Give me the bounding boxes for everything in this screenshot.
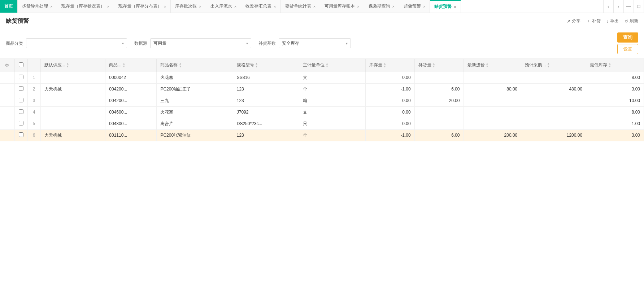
- col-sort-product_name[interactable]: 商品名称 ▲▼: [160, 62, 182, 68]
- col-sort-est_purchase[interactable]: 预计采购... ▲▼: [525, 62, 550, 68]
- gear-icon[interactable]: ⚙: [5, 63, 9, 68]
- col-sort-unit[interactable]: 主计量单位 ▲▼: [303, 62, 328, 68]
- tab-overstock[interactable]: 超储预警×: [399, 0, 430, 13]
- tab-batch[interactable]: 库存批次账×: [171, 0, 206, 13]
- share-button[interactable]: ↗ 分享: [567, 18, 580, 24]
- row-gear-0: [0, 72, 14, 83]
- col-sort-inventory[interactable]: 库存量 ▲▼: [369, 62, 386, 68]
- row-checkbox-4[interactable]: [14, 118, 27, 129]
- tab-close-expiry[interactable]: ×: [392, 4, 395, 9]
- tab-close-overstock[interactable]: ×: [423, 4, 425, 9]
- cell-product_name-4: 离合片: [157, 118, 233, 129]
- row-cb-3[interactable]: [19, 109, 23, 114]
- cell-replenish_qty-0: [414, 72, 464, 83]
- row-checkbox-3[interactable]: [14, 106, 27, 118]
- row-cb-4[interactable]: [19, 121, 23, 125]
- query-button[interactable]: 查询: [617, 32, 638, 43]
- settings-button[interactable]: 设置: [617, 44, 638, 54]
- datasource-select[interactable]: 可用量 ▾: [150, 38, 251, 48]
- tab-order-stat[interactable]: 要货单统计表×: [281, 0, 320, 13]
- cell-unit-5: 个: [299, 129, 366, 141]
- tab-label-receive-summary: 收发存汇总表: [245, 3, 271, 9]
- base-select[interactable]: 安全库存 ▾: [279, 38, 351, 48]
- export-button[interactable]: ↓ 导出: [606, 18, 619, 24]
- select-all-checkbox[interactable]: [19, 62, 23, 67]
- tab-expiry[interactable]: 保质期查询×: [364, 0, 399, 13]
- row-checkbox-2[interactable]: [14, 95, 27, 106]
- sort-icon-replenish_qty: ▲▼: [432, 62, 435, 68]
- tab-label-expiry: 保质期查询: [369, 3, 390, 9]
- cell-unit-0: 支: [299, 72, 366, 83]
- tab-available-ledger[interactable]: 可用量库存账本×: [320, 0, 364, 13]
- col-header-product_name[interactable]: 商品名称 ▲▼: [157, 59, 233, 72]
- sort-icon-inventory: ▲▼: [383, 62, 386, 68]
- refresh-button[interactable]: ↺ 刷新: [625, 18, 638, 24]
- tab-home[interactable]: 首页: [0, 0, 18, 13]
- tab-exception[interactable]: 拣货异常处理×: [18, 0, 57, 13]
- tab-close-inventory-dist[interactable]: ×: [164, 4, 166, 9]
- tab-label-home: 首页: [4, 3, 13, 9]
- cell-product_name-2: 三九: [157, 95, 233, 106]
- col-sort-replenish_qty[interactable]: 补货量 ▲▼: [418, 62, 435, 68]
- tab-close-inventory-status[interactable]: ×: [107, 4, 109, 9]
- base-dropdown-icon: ▾: [346, 41, 348, 45]
- col-sort-default_supplier[interactable]: 默认供应... ▲▼: [44, 62, 69, 68]
- col-header-min_stock[interactable]: 最低库存 ▲▼: [586, 59, 644, 72]
- cell-replenish_qty-4: [414, 118, 464, 129]
- sort-icon-default_supplier: ▲▼: [66, 62, 69, 68]
- tab-shortage[interactable]: 缺货预警×: [430, 0, 461, 13]
- category-label: 商品分类: [6, 40, 23, 47]
- col-label-product_code: 商品...: [109, 62, 121, 68]
- cell-default_supplier-3: [40, 106, 105, 118]
- cell-min_stock-1: 3.00: [586, 83, 644, 95]
- row-checkbox-0[interactable]: [14, 72, 27, 83]
- col-sort-min_stock[interactable]: 最低库存 ▲▼: [590, 62, 611, 68]
- tab-inventory-dist[interactable]: 现存量（库存分布表）×: [114, 0, 171, 13]
- tab-receive-summary[interactable]: 收发存汇总表×: [241, 0, 280, 13]
- row-cb-2[interactable]: [19, 98, 23, 102]
- cell-product_code-5: 801110...: [105, 129, 157, 141]
- cell-est_purchase-5: 1200.00: [521, 129, 586, 141]
- col-sort-spec[interactable]: 规格型号 ▲▼: [237, 62, 258, 68]
- col-label-min_stock: 最低库存: [590, 62, 607, 68]
- tab-close-shortage[interactable]: ×: [454, 5, 456, 9]
- row-cb-1[interactable]: [19, 86, 23, 91]
- window-minimize[interactable]: —: [624, 0, 634, 13]
- col-header-cb: [14, 59, 27, 72]
- tab-close-available-ledger[interactable]: ×: [357, 4, 359, 9]
- tab-close-receive-summary[interactable]: ×: [274, 4, 276, 9]
- tab-close-batch[interactable]: ×: [199, 4, 201, 9]
- tab-scroll-right[interactable]: ›: [614, 0, 624, 13]
- tab-close-exception[interactable]: ×: [50, 4, 52, 9]
- tab-inventory-status[interactable]: 现存量（库存状况表）×: [57, 0, 114, 13]
- row-cb-5[interactable]: [19, 132, 23, 137]
- cell-latest_price-0: [464, 72, 521, 83]
- col-header-inventory[interactable]: 库存量 ▲▼: [365, 59, 414, 72]
- category-select[interactable]: ▾: [26, 38, 127, 48]
- cell-est_purchase-2: [521, 95, 586, 106]
- data-table: ⚙ 默认供应... ▲▼ 商品... ▲▼ 商品名称 ▲▼ 规格型号 ▲▼ 主计…: [0, 59, 644, 141]
- tab-inout-flow[interactable]: 出入库流水×: [206, 0, 241, 13]
- cell-product_name-3: 火花塞: [157, 106, 233, 118]
- row-cb-0[interactable]: [19, 75, 23, 79]
- row-num-3: 4: [27, 106, 40, 118]
- col-header-latest_price[interactable]: 最新进价 ▲▼: [464, 59, 521, 72]
- col-sort-latest_price[interactable]: 最新进价 ▲▼: [467, 62, 489, 68]
- tab-close-inout-flow[interactable]: ×: [234, 4, 236, 9]
- col-header-spec[interactable]: 规格型号 ▲▼: [233, 59, 299, 72]
- replenish-button[interactable]: ＋ 补货: [586, 18, 601, 24]
- cell-spec-5: 123: [233, 129, 299, 141]
- row-checkbox-5[interactable]: [14, 129, 27, 141]
- row-checkbox-1[interactable]: [14, 83, 27, 95]
- window-maximize[interactable]: □: [634, 0, 644, 13]
- col-sort-product_code[interactable]: 商品... ▲▼: [109, 62, 125, 68]
- col-header-replenish_qty[interactable]: 补货量 ▲▼: [414, 59, 464, 72]
- col-header-unit[interactable]: 主计量单位 ▲▼: [299, 59, 366, 72]
- col-header-est_purchase[interactable]: 预计采购... ▲▼: [521, 59, 586, 72]
- header-actions: ↗ 分享 ＋ 补货 ↓ 导出 ↺ 刷新: [567, 18, 638, 24]
- tab-scroll-left[interactable]: ‹: [604, 0, 614, 13]
- tab-close-order-stat[interactable]: ×: [313, 4, 316, 9]
- col-header-default_supplier[interactable]: 默认供应... ▲▼: [40, 59, 105, 72]
- col-header-product_code[interactable]: 商品... ▲▼: [105, 59, 157, 72]
- datasource-filter-group: 数据源 可用量 ▾: [134, 38, 251, 48]
